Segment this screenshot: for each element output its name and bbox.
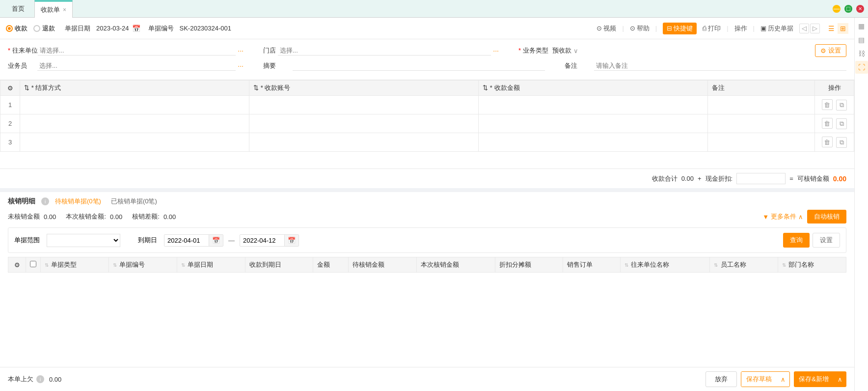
bt-checkbox-all[interactable] bbox=[30, 261, 36, 267]
radio-refund[interactable]: 退款 bbox=[33, 24, 55, 33]
summary-input[interactable] bbox=[293, 61, 545, 71]
per-label: 本单上欠 bbox=[8, 375, 33, 384]
sidebar-link-icon[interactable]: ⛓ bbox=[855, 47, 868, 60]
store-more-btn[interactable]: ··· bbox=[493, 47, 499, 55]
history-label: 历史单据 bbox=[768, 24, 793, 33]
row-1-copy-icon[interactable]: ⧉ bbox=[836, 100, 847, 111]
row-2-delete-icon[interactable]: 🗑 bbox=[822, 118, 833, 129]
done-tab[interactable]: 已核销单据(0笔) bbox=[111, 197, 157, 206]
list-view-icon[interactable]: ☰ bbox=[826, 23, 837, 34]
bt-pending-th: 待核销金额 bbox=[349, 257, 416, 273]
grid-view-icon[interactable]: ⊞ bbox=[838, 23, 848, 34]
counterpart-more-btn[interactable]: ··· bbox=[238, 47, 244, 55]
radio-refund-label: 退款 bbox=[42, 24, 55, 33]
prev-arrow[interactable]: ◁ bbox=[799, 24, 809, 33]
remark-input[interactable] bbox=[594, 61, 846, 71]
row-2-copy-icon[interactable]: ⧉ bbox=[836, 118, 847, 129]
shortcut-btn[interactable]: ⊟ 快捷键 bbox=[663, 23, 697, 34]
per-stat: 本单上欠 i 0.00 bbox=[8, 375, 61, 384]
counterpart-input[interactable] bbox=[38, 46, 236, 56]
calendar-icon[interactable]: 📅 bbox=[132, 25, 140, 32]
current-label: 本次核销金额: bbox=[66, 212, 106, 221]
doc-range-select[interactable] bbox=[47, 234, 120, 247]
next-arrow[interactable]: ▷ bbox=[810, 24, 820, 33]
more-conditions-label: 更多条件 bbox=[771, 212, 796, 221]
data-table: ⚙ ⇅ * 结算方式 ⇅ * 收款账号 ⇅ * 收款金额 bbox=[0, 80, 854, 152]
unchecked-value: 0.00 bbox=[44, 213, 56, 221]
row-3-delete-icon[interactable]: 🗑 bbox=[822, 137, 833, 147]
diff-label: 核销差额: bbox=[132, 212, 160, 221]
save-new-button[interactable]: 保存&新增 bbox=[794, 372, 834, 387]
history-btn[interactable]: ▣ 历史单据 bbox=[760, 24, 793, 33]
row-3-settlement[interactable] bbox=[20, 133, 249, 152]
staff-input[interactable] bbox=[37, 61, 236, 71]
row-3-amount[interactable] bbox=[479, 133, 708, 152]
save-draft-button[interactable]: 保存草稿 bbox=[741, 372, 777, 387]
doc-date-value: 2023-03-24 bbox=[96, 25, 129, 32]
sidebar-expand-icon[interactable]: ⛶ bbox=[855, 61, 868, 74]
row-1-remark[interactable] bbox=[708, 96, 815, 114]
operation-btn[interactable]: 操作 bbox=[734, 24, 747, 33]
sidebar-list-icon[interactable]: ▤ bbox=[855, 33, 868, 46]
row-2-remark[interactable] bbox=[708, 114, 815, 133]
radio-collection[interactable]: 收款 bbox=[6, 24, 27, 33]
table-row: 1 🗑 ⧉ bbox=[0, 96, 854, 114]
row-1-actions: 🗑 ⧉ bbox=[815, 96, 854, 114]
row-1-delete-icon[interactable]: 🗑 bbox=[822, 99, 833, 110]
cal-end-icon[interactable]: 📅 bbox=[284, 235, 298, 246]
close-button[interactable]: × bbox=[856, 5, 864, 13]
store-input[interactable] bbox=[278, 46, 491, 56]
tab-home[interactable]: 首页 bbox=[4, 0, 32, 17]
row-1-settlement[interactable] bbox=[20, 96, 249, 114]
info-icon[interactable]: i bbox=[41, 197, 49, 205]
due-date-end-input[interactable] bbox=[240, 235, 284, 246]
abandon-button[interactable]: 放弃 bbox=[705, 371, 737, 387]
right-sidebar: ▦ ▤ ⛓ ⛶ bbox=[854, 18, 868, 391]
bt-gear-icon: ⚙ bbox=[14, 261, 20, 269]
help-btn[interactable]: ⊙ 帮助 bbox=[630, 24, 650, 33]
help-label: 帮助 bbox=[637, 24, 650, 33]
tab-collection[interactable]: 收款单 × bbox=[34, 0, 73, 18]
row-3-remark[interactable] bbox=[708, 133, 815, 152]
dropdown-arrow-icon[interactable]: ∨ bbox=[573, 47, 578, 55]
staff-more-btn[interactable]: ··· bbox=[238, 62, 244, 70]
settings-button[interactable]: ⚙ 设置 bbox=[815, 44, 846, 57]
per-info-icon[interactable]: i bbox=[36, 375, 44, 383]
row-2-amount[interactable] bbox=[479, 114, 708, 133]
doc-no-field: 单据编号 SK-20230324-001 bbox=[148, 24, 232, 33]
due-date-start-input[interactable] bbox=[164, 235, 209, 246]
minimize-button[interactable]: — bbox=[833, 5, 841, 13]
verify-title: 核销明细 bbox=[8, 197, 35, 206]
save-new-arrow-btn[interactable]: ∧ bbox=[834, 373, 846, 386]
row-1-amount[interactable] bbox=[479, 96, 708, 114]
more-conditions-btn[interactable]: ▼ 更多条件 ∧ bbox=[762, 212, 803, 221]
gear-th[interactable]: ⚙ bbox=[0, 81, 20, 96]
radio-dot-refund bbox=[33, 25, 40, 32]
discount-input[interactable] bbox=[736, 173, 786, 184]
video-btn[interactable]: ⊙ 视频 bbox=[597, 24, 616, 33]
toolbar: 收款 退款 单据日期 2023-03-24 📅 单据编号 SK-20230324… bbox=[0, 18, 854, 39]
row-2-account[interactable] bbox=[249, 114, 479, 133]
date-separator: — bbox=[226, 237, 237, 244]
maximize-button[interactable]: □ bbox=[844, 5, 852, 13]
row-3-copy-icon[interactable]: ⧉ bbox=[836, 137, 847, 148]
tab-close-icon[interactable]: × bbox=[63, 6, 66, 13]
bt-checkbox-th bbox=[26, 257, 41, 273]
sep4: | bbox=[753, 25, 755, 32]
tab-bar: 首页 收款单 × — □ × bbox=[0, 0, 868, 18]
print-btn[interactable]: ⎙ 打印 bbox=[703, 24, 721, 33]
verify-settings-button[interactable]: 设置 bbox=[813, 233, 840, 248]
verify-top-row: 核销明细 i 待核销单据(0笔) 已核销单据(0笔) bbox=[8, 197, 846, 210]
save-draft-arrow-btn[interactable]: ∧ bbox=[777, 373, 789, 386]
sidebar-table-icon[interactable]: ▦ bbox=[855, 20, 868, 32]
cal-start-icon[interactable]: 📅 bbox=[209, 235, 223, 246]
bt-gear-th[interactable]: ⚙ bbox=[8, 257, 26, 273]
query-button[interactable]: 查询 bbox=[783, 233, 810, 248]
row-2-settlement[interactable] bbox=[20, 114, 249, 133]
row-1-account[interactable] bbox=[249, 96, 479, 114]
auto-verify-button[interactable]: 自动核销 bbox=[807, 210, 846, 223]
pending-tab[interactable]: 待核销单据(0笔) bbox=[55, 197, 101, 206]
col-amount-th: ⇅ * 收款金额 bbox=[479, 81, 708, 96]
row-3-account[interactable] bbox=[249, 133, 479, 152]
col-action-label: 操作 bbox=[828, 84, 841, 91]
